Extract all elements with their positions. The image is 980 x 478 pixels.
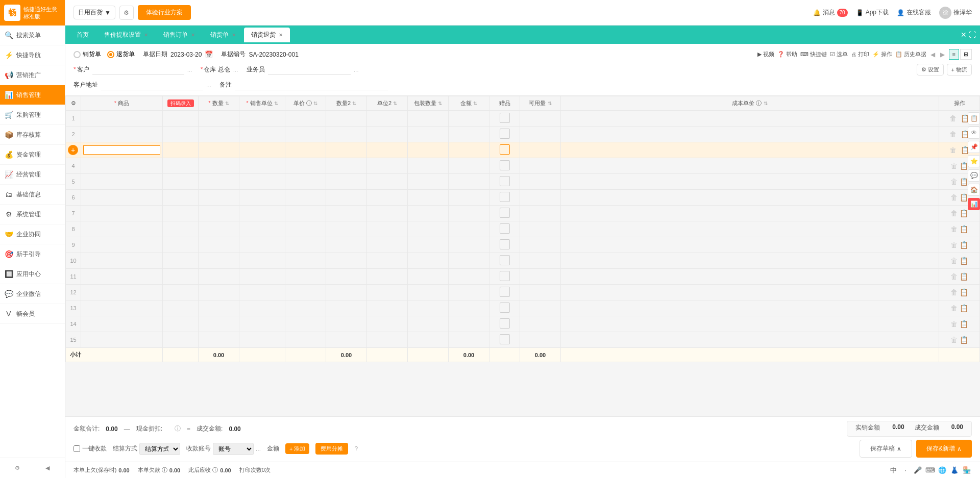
sidebar-item-appcenter[interactable]: 🔲 应用中心: [0, 264, 65, 284]
message-btn[interactable]: 🔔 消息 70: [813, 8, 848, 17]
copy-row-11[interactable]: 📋: [960, 272, 968, 281]
remark-input[interactable]: [235, 80, 388, 90]
user-menu[interactable]: 徐 徐泽华: [939, 7, 972, 19]
copy-row-9[interactable]: 📋: [960, 241, 968, 249]
copy-row-6[interactable]: 📋: [960, 193, 968, 202]
delete-row-14[interactable]: 🗑: [950, 320, 958, 328]
setting-btn[interactable]: ⚙ 设置: [917, 64, 944, 76]
topbar-settings-btn[interactable]: ⚙: [119, 6, 134, 20]
delete-row-9[interactable]: 🗑: [950, 241, 958, 249]
save-draft-btn[interactable]: 保存草稿 ∧: [860, 440, 912, 458]
delete-row-3[interactable]: 🗑: [949, 146, 957, 154]
copy-row-14[interactable]: 📋: [960, 320, 968, 328]
statusbar-icon-1[interactable]: 中: [888, 465, 898, 475]
sidebar-item-shortcut[interactable]: ⚡ 快捷导航: [0, 45, 65, 65]
qty2-sort-icon[interactable]: ⇅: [352, 100, 356, 106]
right-panel-icon-3[interactable]: 📌: [968, 141, 980, 153]
gift-check-8[interactable]: [500, 223, 510, 234]
gift-check-1[interactable]: [500, 113, 510, 123]
copy-row-7[interactable]: 📋: [960, 209, 968, 217]
statusbar-icon-5[interactable]: 🌐: [937, 465, 947, 475]
sidebar-item-finance[interactable]: 💰 资金管理: [0, 145, 65, 165]
tab-return[interactable]: 销货退货 ✕: [244, 28, 290, 42]
right-panel-icon-5[interactable]: 💬: [968, 169, 980, 182]
tab-price[interactable]: 售价提取设置 ✕: [97, 28, 155, 42]
delete-row-8[interactable]: 🗑: [950, 225, 958, 233]
add-payment-btn[interactable]: + 添加: [285, 443, 309, 454]
delete-row-1[interactable]: 🗑: [949, 114, 957, 122]
warehouse-dots[interactable]: ...: [233, 66, 238, 73]
sidebar-settings-btn[interactable]: ⚙: [4, 462, 31, 474]
operation-btn[interactable]: ⚡ 操作: [872, 51, 892, 58]
sidebar-item-marketing[interactable]: 📢 营销推广: [0, 65, 65, 85]
salesperson-input[interactable]: [268, 64, 351, 75]
gift-check-11[interactable]: [500, 271, 510, 281]
unit2-sort-icon[interactable]: ⇅: [393, 100, 397, 106]
save-new-btn[interactable]: 保存&新增 ∧: [916, 440, 972, 458]
right-panel-icon-7[interactable]: 📊: [968, 198, 980, 210]
pack-sort-icon[interactable]: ⇅: [438, 100, 442, 106]
delete-row-11[interactable]: 🗑: [950, 272, 958, 281]
sidebar-item-purchase[interactable]: 🛒 采购管理: [0, 105, 65, 125]
sidebar-collapse-btn[interactable]: ◀: [35, 462, 61, 474]
right-panel-icon-4[interactable]: ⭐: [968, 155, 980, 167]
tab-close-return[interactable]: ✕: [279, 32, 283, 38]
sidebar-item-inventory[interactable]: 📦 库存核算: [0, 125, 65, 145]
scan-btn[interactable]: 扫码录入: [167, 99, 194, 107]
sidebar-item-search[interactable]: 🔍 搜索菜单: [0, 26, 65, 45]
gift-check-15[interactable]: [500, 334, 510, 344]
delete-row-4[interactable]: 🗑: [950, 162, 958, 170]
delete-row-2[interactable]: 🗑: [949, 130, 957, 138]
gift-check-13[interactable]: [500, 303, 510, 313]
gift-check-3[interactable]: [500, 144, 510, 155]
tab-close-price[interactable]: ✕: [144, 32, 148, 38]
statusbar-icon-7[interactable]: 🏪: [962, 465, 972, 475]
fee-help-icon[interactable]: ?: [354, 445, 358, 452]
logistics-btn[interactable]: + 物流: [947, 64, 972, 76]
qty-sort-icon[interactable]: ⇅: [225, 100, 229, 106]
add-row-btn[interactable]: +: [68, 145, 78, 155]
price-sort-icon[interactable]: ⇅: [313, 100, 317, 106]
fullscreen-btn[interactable]: ⛶: [969, 31, 976, 39]
sidebar-item-operation[interactable]: 📈 经营管理: [0, 165, 65, 185]
gift-check-12[interactable]: [500, 287, 510, 297]
close-all-tabs-btn[interactable]: ✕: [961, 31, 967, 39]
right-panel-icon-2[interactable]: 👁: [968, 127, 980, 139]
address-input[interactable]: [101, 80, 203, 90]
statusbar-icon-2[interactable]: ·: [900, 465, 911, 475]
gift-check-10[interactable]: [500, 255, 510, 265]
tab-sale[interactable]: 销货单 ✕: [203, 28, 243, 42]
gift-check-9[interactable]: [500, 239, 510, 249]
delete-row-13[interactable]: 🗑: [950, 304, 958, 312]
copy-row-15[interactable]: 📋: [960, 336, 968, 344]
help-circle-icon[interactable]: ⓘ: [175, 424, 181, 433]
delete-row-5[interactable]: 🗑: [950, 178, 958, 186]
help-btn[interactable]: ❓ 帮助: [777, 51, 797, 58]
sidebar-item-newguide[interactable]: 🎯 新手引导: [0, 244, 65, 264]
online-service-btn[interactable]: 👤 在线客服: [897, 8, 931, 17]
address-dots[interactable]: ...: [206, 82, 211, 89]
payment-method-select[interactable]: 结算方式: [139, 443, 180, 455]
unit-sort-icon[interactable]: ⇅: [274, 100, 278, 106]
statusbar-icon-4[interactable]: ⌨: [925, 465, 935, 475]
salesperson-dots[interactable]: ...: [354, 66, 359, 73]
print-btn[interactable]: 🖨 打印: [851, 51, 869, 58]
gift-check-5[interactable]: [500, 176, 510, 186]
gift-check-2[interactable]: [500, 129, 510, 139]
payment-checkbox-label[interactable]: 一键收款: [74, 444, 107, 453]
right-panel-icon-1[interactable]: 📋: [968, 112, 980, 124]
delete-row-12[interactable]: 🗑: [950, 288, 958, 296]
statusbar-icon-3[interactable]: 🎤: [913, 465, 923, 475]
history-btn[interactable]: 📋 历史单据: [895, 51, 926, 58]
list-view-btn[interactable]: ≡: [949, 49, 959, 60]
copy-row-5[interactable]: 📋: [960, 178, 968, 186]
tab-order[interactable]: 销售订单 ✕: [156, 28, 202, 42]
statusbar-icon-6[interactable]: 👗: [949, 465, 960, 475]
cost-sort-icon[interactable]: ⇅: [764, 100, 768, 106]
gift-check-6[interactable]: [500, 192, 510, 202]
amount-sort-icon[interactable]: ⇅: [473, 100, 477, 106]
date-value[interactable]: 2023-03-20: [170, 51, 202, 58]
customer-input[interactable]: [92, 64, 184, 75]
gift-check-14[interactable]: [500, 318, 510, 329]
radio-return-order[interactable]: 退货单: [107, 50, 135, 59]
